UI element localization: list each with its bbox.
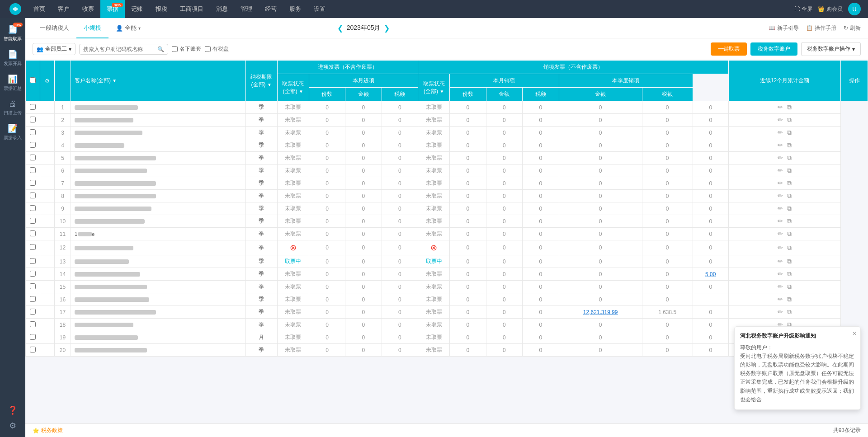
tab-small-scale[interactable]: 小规模 — [76, 19, 108, 38]
edit-btn[interactable]: ✏ — [776, 296, 784, 303]
subsidiary-checkbox[interactable] — [172, 46, 178, 52]
edit-btn[interactable]: ✏ — [776, 141, 784, 149]
copy-btn[interactable]: ⧉ — [786, 230, 793, 237]
copy-btn[interactable]: ⧉ — [786, 258, 793, 265]
nav-item-manage[interactable]: 管理 — [234, 0, 259, 18]
cell-checkbox[interactable] — [26, 139, 40, 152]
nav-item-accounting[interactable]: 记账 — [125, 0, 149, 18]
copy-btn[interactable]: ⧉ — [786, 192, 793, 199]
edit-btn[interactable]: ✏ — [776, 154, 784, 161]
copy-btn[interactable]: ⧉ — [786, 129, 793, 136]
date-prev-btn[interactable]: ❮ — [337, 24, 343, 33]
edit-btn[interactable]: ✏ — [776, 129, 784, 136]
fullscreen-btn[interactable]: ⛶ 全屏 — [794, 5, 812, 13]
sidebar-item-open-invoice[interactable]: 📄 发票开具 — [2, 47, 24, 70]
th-name[interactable]: 客户名称(全部) ▼ — [71, 61, 246, 101]
manual-btn[interactable]: 📋 操作手册 — [806, 24, 836, 32]
cell-checkbox[interactable] — [26, 268, 40, 281]
copy-btn[interactable]: ⧉ — [786, 217, 793, 225]
tax-disk-checkbox[interactable] — [205, 46, 211, 52]
nav-item-invoice[interactable]: 票据new — [100, 0, 125, 18]
cell-checkbox[interactable] — [26, 177, 40, 190]
copy-btn[interactable]: ⧉ — [786, 296, 793, 303]
cell-checkbox[interactable] — [26, 319, 40, 331]
one-click-fetch-btn[interactable]: 一键取票 — [711, 42, 747, 56]
cell-checkbox[interactable] — [26, 202, 40, 215]
cell-checkbox[interactable] — [26, 127, 40, 139]
cell-checkbox[interactable] — [26, 215, 40, 228]
copy-btn[interactable]: ⧉ — [786, 179, 793, 187]
nav-item-operation[interactable]: 经营 — [259, 0, 283, 18]
cell-checkbox[interactable] — [26, 331, 40, 344]
copy-btn[interactable]: ⧉ — [786, 167, 793, 174]
nav-item-home[interactable]: 首页 — [27, 0, 52, 18]
tab-all-capable[interactable]: 👤 全能 ▾ — [108, 19, 148, 38]
sidebar-item-scan[interactable]: 🖨 扫描上传 — [2, 96, 24, 119]
edit-btn[interactable]: ✏ — [776, 308, 784, 315]
cell-checkbox[interactable] — [26, 101, 40, 114]
edit-btn[interactable]: ✏ — [776, 283, 784, 290]
select-all-checkbox[interactable] — [30, 77, 36, 83]
th-setting[interactable]: ⚙ — [40, 61, 55, 101]
cell-checkbox[interactable] — [26, 240, 40, 255]
cell-checkbox[interactable] — [26, 190, 40, 202]
sidebar-item-settings-bottom[interactable]: ⚙ — [2, 418, 24, 433]
cell-checkbox[interactable] — [26, 255, 40, 268]
edit-btn[interactable]: ✏ — [776, 258, 784, 265]
search-icon[interactable]: 🔍 — [157, 46, 164, 52]
cell-checkbox[interactable] — [26, 344, 40, 357]
copy-btn[interactable]: ⧉ — [786, 308, 793, 315]
cell-checkbox[interactable] — [26, 228, 40, 240]
edit-btn[interactable]: ✏ — [776, 116, 784, 123]
copy-btn[interactable]: ⧉ — [786, 116, 793, 123]
nav-item-business[interactable]: 工商项目 — [174, 0, 210, 18]
nav-item-settings[interactable]: 设置 — [307, 0, 332, 18]
th-input-status[interactable]: 取票状态(全部) ▼ — [277, 74, 309, 101]
edit-btn[interactable]: ✏ — [776, 270, 784, 277]
new-guide-btn[interactable]: 📖 新手引导 — [769, 24, 799, 32]
notification-close-btn[interactable]: ✕ — [852, 330, 857, 337]
th-tax-period[interactable]: 纳税期限(全部) ▼ — [245, 61, 277, 101]
copy-btn[interactable]: ⧉ — [786, 205, 793, 212]
digital-account-btn[interactable]: 税务数字账户 — [750, 42, 797, 56]
avatar[interactable]: U — [848, 3, 861, 15]
edit-btn[interactable]: ✏ — [776, 230, 784, 237]
nav-item-message[interactable]: 消息 — [210, 0, 234, 18]
subsidiary-checkbox-label[interactable]: 名下账套 — [172, 45, 201, 53]
cell-checkbox[interactable] — [26, 152, 40, 164]
edit-btn[interactable]: ✏ — [776, 205, 784, 212]
employee-select[interactable]: 👥 全部员工 ▾ — [33, 43, 75, 55]
sidebar-item-smart-ticket[interactable]: 🧾 智能取票 new — [2, 22, 24, 45]
copy-btn[interactable]: ⧉ — [786, 154, 793, 161]
copy-btn[interactable]: ⧉ — [786, 270, 793, 277]
nav-item-tax[interactable]: 报税 — [149, 0, 174, 18]
edit-btn[interactable]: ✏ — [776, 244, 784, 251]
edit-btn[interactable]: ✏ — [776, 167, 784, 174]
cell-checkbox[interactable] — [26, 114, 40, 127]
cell-checkbox[interactable] — [26, 293, 40, 306]
tax-policy-btn[interactable]: ⭐ 税务政策 — [33, 427, 63, 434]
digital-account-ops-btn[interactable]: 税务数字账户操作 ▾ — [801, 42, 861, 56]
cell-checkbox[interactable] — [26, 281, 40, 293]
tax-disk-checkbox-label[interactable]: 有税盘 — [205, 45, 229, 53]
copy-btn[interactable]: ⧉ — [786, 103, 793, 111]
cell-checkbox[interactable] — [26, 164, 40, 177]
sidebar-item-summary[interactable]: 📊 票据汇总 — [2, 71, 24, 94]
nav-item-customer[interactable]: 客户 — [52, 0, 76, 18]
copy-btn[interactable]: ⧉ — [786, 244, 793, 251]
cell-checkbox[interactable] — [26, 306, 40, 319]
th-output-status[interactable]: 取票状态(全部) ▼ — [418, 74, 450, 101]
nav-item-service[interactable]: 服务 — [283, 0, 307, 18]
sidebar-item-help[interactable]: ❓ — [2, 403, 24, 418]
refresh-btn[interactable]: ↻ 刷新 — [844, 24, 861, 32]
th-checkbox[interactable] — [26, 61, 40, 101]
search-input[interactable] — [83, 46, 156, 52]
copy-btn[interactable]: ⧉ — [786, 283, 793, 290]
edit-btn[interactable]: ✏ — [776, 192, 784, 199]
tab-general-taxpayer[interactable]: 一般纳税人 — [33, 19, 76, 38]
sidebar-item-entry[interactable]: 📝 票据录入 — [2, 121, 24, 144]
date-next-btn[interactable]: ❯ — [384, 24, 390, 33]
edit-btn[interactable]: ✏ — [776, 217, 784, 225]
copy-btn[interactable]: ⧉ — [786, 141, 793, 149]
nav-item-receipt[interactable]: 收票 — [76, 0, 100, 18]
